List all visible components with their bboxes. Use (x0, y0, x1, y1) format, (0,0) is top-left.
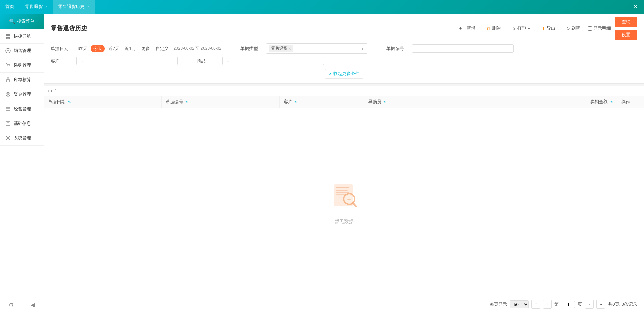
sidebar-search-label: 搜索菜单 (17, 18, 34, 24)
export-button[interactable]: ⬆ 导出 (538, 24, 559, 33)
new-button[interactable]: ＋ + 新增 (455, 24, 479, 33)
sidebar-item-basic-info[interactable]: 基础信息 (0, 116, 44, 131)
col-actual-amount: 实销金额 ⇅ (499, 96, 617, 108)
doc-type-tag-close[interactable]: × (289, 46, 291, 51)
date-options: 昨天 今天 近7天 近1月 更多 自定义 2023-06-02 至 2023-0… (76, 45, 221, 52)
per-page-select[interactable]: 50 20 100 (510, 300, 529, 308)
doc-type-select[interactable]: 零售退货 × ▼ (266, 43, 367, 54)
sidebar-item-label: 系统管理 (14, 135, 31, 141)
plus-icon: ＋ (458, 25, 463, 31)
tab-retail-return[interactable]: 零售退货 × (20, 0, 53, 14)
col-operation: 操作 (617, 96, 644, 108)
table-container: ⚙ 单据日期 ⇅ 单据编号 ⇅ 客户 (44, 86, 644, 296)
settings-button[interactable]: 设置 (615, 30, 637, 40)
date-opt-1month[interactable]: 近1月 (123, 45, 138, 52)
print-dropdown-icon: ▼ (527, 27, 531, 30)
window-close-button[interactable]: × (630, 2, 641, 12)
svg-rect-1 (8, 34, 10, 36)
total-info: 共0页, 0条记录 (608, 301, 637, 307)
sidebar-item-label: 库存核算 (14, 77, 31, 83)
last-page-btn[interactable]: » (596, 300, 605, 309)
sidebar-item-operations[interactable]: 经营管理 (0, 102, 44, 116)
collapse-icon: ∧ (329, 71, 332, 76)
collapse-filter-btn[interactable]: ∧ 收起更多条件 (325, 69, 363, 79)
refresh-icon: ↻ (566, 26, 570, 31)
sidebar-item-finance[interactable]: 资金管理 (0, 87, 44, 102)
svg-rect-10 (6, 121, 10, 126)
page-header-top: 零售退货历史 ＋ + 新增 🗑 删除 🖨 打印 ▼ (51, 17, 637, 40)
col-guide: 导购员 ⇅ (364, 96, 499, 108)
sidebar-bottom: ⚙ ◀ (0, 297, 44, 312)
per-page-label: 每页显示 (490, 301, 507, 307)
query-button[interactable]: 查询 (615, 17, 637, 27)
operations-icon (5, 106, 11, 112)
svg-point-6 (9, 67, 10, 67)
sidebar-search[interactable]: 🔍 搜索菜单 (0, 14, 44, 29)
sidebar-item-label: 基础信息 (14, 120, 31, 127)
date-opt-more[interactable]: 更多 (139, 45, 152, 52)
prev-page-btn[interactable]: ‹ (543, 300, 552, 309)
tab-retail-return-history-close[interactable]: × (87, 5, 89, 9)
svg-line-19 (353, 203, 356, 206)
goods-label: 商品 (197, 58, 217, 64)
show-detail-checkbox[interactable] (588, 26, 592, 31)
col-date: 单据日期 ⇅ (44, 96, 161, 108)
doc-type-label: 单据类型 (240, 46, 261, 52)
svg-point-11 (7, 137, 9, 139)
date-label: 单据日期 (51, 46, 71, 52)
date-opt-today[interactable]: 今天 (91, 45, 105, 52)
date-opt-7days[interactable]: 近7天 (106, 45, 121, 52)
show-detail-label[interactable]: 显示明细 (588, 25, 611, 31)
system-icon (5, 135, 11, 141)
refresh-button[interactable]: ↻ 刷新 (563, 24, 583, 33)
dropdown-arrow: ▼ (361, 47, 364, 51)
search-icon: 🔍 (9, 19, 15, 24)
doc-num-label: 单据编号 (386, 46, 407, 52)
sidebar-item-quick-nav[interactable]: 快捷导航 (0, 29, 44, 44)
topbar-tabs: 首页 零售退货 × 零售退货历史 × (0, 0, 630, 14)
sort-customer-icon[interactable]: ⇅ (294, 100, 297, 104)
date-opt-yesterday[interactable]: 昨天 (76, 45, 89, 52)
table-toolbar: ⚙ (44, 86, 644, 96)
sort-number-icon[interactable]: ⇅ (185, 100, 188, 104)
sidebar-item-label: 销售管理 (14, 48, 31, 54)
print-icon: 🖨 (511, 26, 516, 31)
svg-rect-7 (6, 80, 10, 82)
svg-rect-14 (336, 190, 348, 191)
customer-select[interactable]: ··· (76, 57, 178, 65)
first-page-btn[interactable]: « (531, 300, 540, 309)
sort-date-icon[interactable]: ⇅ (68, 100, 71, 104)
sidebar-item-inventory[interactable]: 库存核算 (0, 73, 44, 87)
goods-select[interactable]: ··· (222, 57, 324, 65)
collapse-btn-label: 收起更多条件 (333, 71, 360, 77)
next-page-btn[interactable]: › (585, 300, 594, 309)
select-all-checkbox[interactable] (55, 89, 59, 93)
svg-rect-0 (6, 34, 8, 36)
export-icon: ⬆ (542, 26, 545, 31)
sidebar-item-purchase[interactable]: 采购管理 (0, 58, 44, 73)
col-customer: 客户 ⇅ (279, 96, 364, 108)
print-button[interactable]: 🖨 打印 ▼ (508, 24, 534, 33)
sidebar-item-sales[interactable]: 销售管理 (0, 44, 44, 58)
sort-amount-icon[interactable]: ⇅ (610, 100, 613, 104)
page-title: 零售退货历史 (51, 24, 87, 32)
svg-rect-16 (336, 194, 346, 195)
sidebar-item-system[interactable]: 系统管理 (0, 131, 44, 146)
sidebar-settings-btn[interactable]: ⚙ (6, 300, 16, 309)
page-input[interactable] (562, 301, 575, 308)
sales-icon (5, 48, 11, 53)
header-actions: ＋ + 新增 🗑 删除 🖨 打印 ▼ ⬆ 导出 (455, 17, 637, 40)
tab-retail-return-close[interactable]: × (45, 5, 47, 9)
tab-home[interactable]: 首页 (0, 0, 20, 14)
table-settings-icon[interactable]: ⚙ (48, 88, 52, 94)
purchase-icon (5, 63, 11, 68)
date-opt-custom[interactable]: 自定义 (153, 45, 171, 52)
svg-rect-9 (6, 107, 10, 111)
sort-guide-icon[interactable]: ⇅ (383, 100, 386, 104)
doc-num-input[interactable] (412, 44, 514, 53)
tab-retail-return-history[interactable]: 零售退货历史 × (53, 0, 95, 14)
main-layout: 🔍 搜索菜单 快捷导航 销售管理 采购管理 库存核算 (0, 14, 644, 312)
sidebar-collapse-btn[interactable]: ◀ (28, 300, 38, 309)
delete-button[interactable]: 🗑 删除 (483, 24, 504, 33)
empty-state: 暂无数据 (44, 108, 644, 296)
